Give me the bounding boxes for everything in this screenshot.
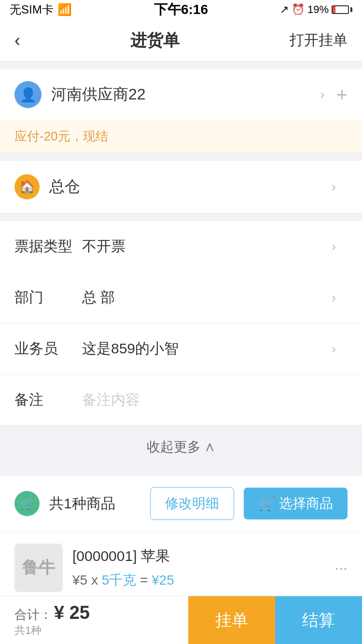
- battery-tip: [350, 7, 352, 12]
- ticket-type-value: 不开票: [82, 237, 332, 256]
- supplier-section: 👤 河南供应商22 › + 应付-20元，现结: [0, 70, 362, 153]
- quantity: 5千克: [102, 573, 137, 588]
- ticket-type-row[interactable]: 票据类型 不开票 ›: [0, 221, 362, 272]
- battery-body: [332, 5, 349, 14]
- product-count-text: 共1种商品: [49, 494, 140, 514]
- ticket-type-chevron-icon: ›: [332, 239, 336, 254]
- status-right: ↗ ⏰ 19%: [280, 3, 352, 16]
- section-gap-1: [0, 62, 362, 70]
- department-row[interactable]: 部门 总 部 ›: [0, 272, 362, 323]
- price-x: x: [91, 573, 102, 588]
- salesperson-label: 业务员: [14, 339, 82, 359]
- section-gap-4: [0, 468, 362, 476]
- battery-percent: 19%: [307, 3, 329, 16]
- remark-label: 备注: [14, 390, 82, 410]
- select-product-label: 选择商品: [279, 494, 333, 513]
- product-info: [0000001] 苹果 ¥5 x 5千克 = ¥25: [72, 546, 325, 589]
- product-name: [0000001] 苹果: [72, 546, 325, 566]
- supplier-row[interactable]: 👤 河南供应商22 › +: [0, 70, 362, 120]
- add-supplier-button[interactable]: +: [336, 84, 348, 106]
- salesperson-value: 这是859的小智: [82, 339, 332, 359]
- department-chevron-icon: ›: [332, 290, 336, 306]
- form-section: 票据类型 不开票 › 部门 总 部 › 业务员 这是859的小智 › 备注 备注…: [0, 221, 362, 468]
- avatar-icon: 👤: [20, 87, 37, 103]
- battery-indicator: [332, 5, 352, 14]
- warehouse-icon: 🏠: [14, 174, 40, 199]
- product-header: 🛒 共1种商品 修改明细 🛒 选择商品: [0, 476, 362, 532]
- salesperson-chevron-icon: ›: [332, 341, 336, 357]
- warehouse-chevron-icon: ›: [332, 179, 336, 195]
- carrier-text: 无SIM卡: [10, 2, 54, 17]
- department-label: 部门: [14, 288, 82, 308]
- bottom-bar: 合计： ¥ 25 共1种 挂单 结算: [0, 596, 362, 644]
- product-title: 苹果: [141, 548, 170, 564]
- page-title: 进货单: [130, 29, 180, 52]
- remark-input[interactable]: 备注内容: [82, 390, 348, 410]
- section-gap-2: [0, 153, 362, 161]
- product-item: 鲁牛 [0000001] 苹果 ¥5 x 5千克 = ¥25 ···: [0, 532, 362, 603]
- select-product-button[interactable]: 🛒 选择商品: [244, 488, 348, 519]
- product-thumb-logo: 鲁牛: [22, 557, 55, 579]
- status-bar: 无SIM卡 📶 下午6:16 ↗ ⏰ 19%: [0, 0, 362, 19]
- product-count-icon: 🛒: [14, 491, 40, 516]
- edit-detail-button[interactable]: 修改明细: [150, 487, 234, 520]
- product-code: [0000001]: [72, 548, 137, 564]
- total-label: 合计：: [14, 606, 52, 623]
- status-left: 无SIM卡 📶: [10, 2, 72, 17]
- total-count: 共1种: [14, 623, 174, 638]
- nav-bar: ‹ 进货单 打开挂单: [0, 19, 362, 62]
- supplier-notice: 应付-20元，现结: [0, 120, 362, 153]
- ticket-type-label: 票据类型: [14, 237, 82, 256]
- department-value: 总 部: [82, 288, 332, 308]
- section-gap-3: [0, 213, 362, 221]
- battery-fill: [333, 6, 335, 13]
- total-section: 合计： ¥ 25 共1种: [0, 596, 188, 644]
- hang-button[interactable]: 挂单: [188, 596, 275, 644]
- status-time: 下午6:16: [154, 0, 208, 19]
- cart-icon: 🛒: [20, 497, 34, 510]
- back-button[interactable]: ‹: [14, 30, 20, 51]
- checkout-button[interactable]: 结算: [275, 596, 362, 644]
- warehouse-name: 总仓: [49, 176, 332, 197]
- wifi-icon: 📶: [57, 3, 72, 16]
- salesperson-row[interactable]: 业务员 这是859的小智 ›: [0, 323, 362, 375]
- collapse-button[interactable]: 收起更多 ∧: [0, 426, 362, 468]
- location-icon: ↗: [280, 3, 289, 16]
- product-more-button[interactable]: ···: [334, 559, 348, 577]
- product-price: ¥5 x 5千克 = ¥25: [72, 571, 325, 589]
- warehouse-section: 🏠 总仓 ›: [0, 161, 362, 213]
- supplier-name: 河南供应商22: [51, 84, 320, 105]
- product-section: 🛒 共1种商品 修改明细 🛒 选择商品 鲁牛 [0000001] 苹果 ¥5 x…: [0, 476, 362, 603]
- remark-row[interactable]: 备注 备注内容: [0, 375, 362, 426]
- supplier-avatar: 👤: [14, 81, 42, 108]
- warehouse-row[interactable]: 🏠 总仓 ›: [0, 161, 362, 213]
- open-hang-button[interactable]: 打开挂单: [290, 30, 348, 50]
- total-amount: ¥ 25: [54, 602, 90, 623]
- product-total: ¥25: [152, 573, 174, 588]
- price-equals: =: [140, 573, 152, 588]
- select-product-cart-icon: 🛒: [258, 496, 275, 512]
- supplier-chevron-icon: ›: [320, 87, 324, 102]
- alarm-icon: ⏰: [292, 3, 305, 16]
- unit-price: ¥5: [72, 573, 87, 588]
- product-thumbnail: 鲁牛: [14, 544, 63, 592]
